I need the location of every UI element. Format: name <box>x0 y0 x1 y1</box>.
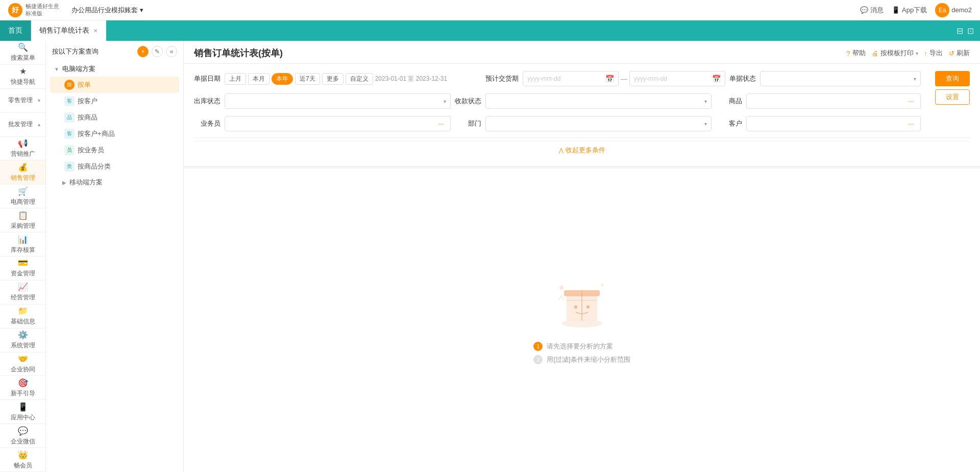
salesman-ellipsis-icon[interactable]: ··· <box>436 120 446 128</box>
date-btn-this-month[interactable]: 本月 <box>248 73 270 85</box>
sidebar-item-basic[interactable]: 📁 基础信息 <box>0 304 45 328</box>
by-customer-icon: 客 <box>64 96 75 106</box>
tab-maximize-icon[interactable]: ⊡ <box>967 26 974 36</box>
sidebar-item-sales[interactable]: 💰 销售管理 <box>0 160 45 184</box>
add-scheme-button[interactable]: + <box>137 46 149 57</box>
sidebar-item-wholesale[interactable]: 批发管理 ▴ <box>0 113 45 137</box>
date-btn-this-year[interactable]: 本年 <box>272 73 293 85</box>
message-button[interactable]: 💬 消息 <box>860 6 884 15</box>
sidebar-item-system[interactable]: ⚙️ 系统管理 <box>0 328 45 352</box>
svg-point-5 <box>574 305 577 309</box>
left-panel: 按以下方案查询 + ✎ « ▼ 电脑端方案 <box>46 41 184 472</box>
expected-date-end[interactable]: yyyy-mm-dd 📅 <box>629 71 725 86</box>
date-btn-more[interactable]: 更多 <box>322 73 344 85</box>
tree-sub-parent-mobile[interactable]: ▶ 移动端方案 <box>50 175 179 190</box>
app-selector[interactable]: 办公用品行业模拟账套 ▾ <box>71 6 143 15</box>
date-label: 单据日期 <box>194 74 220 83</box>
sales-icon: 💰 <box>18 162 28 172</box>
page-header: 销售订单统计表(按单) ? 帮助 🖨 按模板打印 ▾ ↑ 导出 <box>184 41 980 64</box>
tree-child-by-category[interactable]: 类 按商品分类 <box>50 158 179 175</box>
tree-child-by-order[interactable]: 按 按单 <box>50 77 179 93</box>
operation-icon: 📈 <box>18 282 28 292</box>
tree-child-by-customer-goods[interactable]: 客 按客户+商品 <box>50 126 179 142</box>
tree-sub-expand-icon: ▶ <box>62 180 66 185</box>
collapse-panel-button[interactable]: « <box>166 46 177 57</box>
dept-label: 部门 <box>455 119 481 128</box>
query-button[interactable]: 查询 <box>935 71 970 86</box>
print-button[interactable]: 🖨 按模板打印 ▾ <box>872 49 918 58</box>
sidebar-item-search[interactable]: 🔍 搜索菜单 <box>0 41 45 65</box>
tab-sales-order-stats[interactable]: 销售订单统计表 × <box>31 20 106 41</box>
appstore-icon: 📱 <box>18 402 28 412</box>
tab-home[interactable]: 首页 <box>0 20 31 41</box>
chevron-down-icon: ▾ <box>704 121 707 127</box>
tab-bar: 首页 销售订单统计表 × ⊟ ⊡ <box>0 20 980 41</box>
sidebar-item-wechat[interactable]: 💬 企业微信 <box>0 424 45 448</box>
calendar-end-icon: 📅 <box>712 75 721 83</box>
status-field: 单据状态 ▾ <box>729 71 921 86</box>
refresh-icon: ↺ <box>949 50 954 57</box>
tab-expand-area: ⊟ ⊡ <box>957 26 980 36</box>
print-icon: 🖨 <box>872 50 878 57</box>
sidebar-item-company[interactable]: 🤝 企业协同 <box>0 352 45 376</box>
collapse-icon: ⋀ <box>559 147 564 154</box>
sidebar-item-operation[interactable]: 📈 经营管理 <box>0 280 45 304</box>
tab-minimize-icon[interactable]: ⊟ <box>957 26 963 36</box>
export-button[interactable]: ↑ 导出 <box>924 49 943 58</box>
sidebar-item-inventory[interactable]: 📊 库存核算 <box>0 232 45 256</box>
customer-field: 客户 ··· <box>716 116 921 131</box>
expected-date-start[interactable]: yyyy-mm-dd 📅 <box>523 71 619 86</box>
date-btn-custom[interactable]: 自定义 <box>346 73 373 85</box>
sidebar-item-newbie[interactable]: 🎯 新手引导 <box>0 376 45 400</box>
tree-child-by-salesman[interactable]: 员 按业务员 <box>50 142 179 158</box>
date-btn-last-month[interactable]: 上月 <box>225 73 246 85</box>
chevron-down-icon: ▾ <box>38 98 40 103</box>
ship-status-select[interactable]: ▾ <box>225 93 451 109</box>
payment-status-label: 收款状态 <box>455 97 481 106</box>
app-download-button[interactable]: 📱 App下载 <box>892 6 927 15</box>
collapse-button[interactable]: ⋀ 收起更多条件 <box>194 141 970 159</box>
user-avatar[interactable]: Ea demo2 <box>935 3 972 17</box>
salesman-field: 业务员 ··· <box>194 116 451 131</box>
edit-scheme-button[interactable]: ✎ <box>152 46 163 57</box>
goods-select[interactable]: ··· <box>746 93 921 109</box>
customer-select[interactable]: ··· <box>746 116 921 131</box>
system-icon: ⚙️ <box>18 330 28 340</box>
tab-close-icon[interactable]: × <box>93 27 97 35</box>
sidebar-item-member[interactable]: 👑 畅会员 <box>0 448 45 472</box>
collapse-icon: « <box>170 48 174 55</box>
edit-icon: ✎ <box>155 48 160 55</box>
empty-tip-2: 2 用[过滤]条件来缩小分析范围 <box>533 355 630 364</box>
sidebar-item-purchase[interactable]: 📋 采购管理 <box>0 208 45 232</box>
expected-date-field: 预计交货期 yyyy-mm-dd 📅 — yyyy-mm-dd <box>485 71 725 86</box>
date-field: 单据日期 上月 本月 本年 近7天 更多 自定义 2023-01-01 至 20… <box>194 73 481 85</box>
sidebar-item-finance[interactable]: 💳 资金管理 <box>0 256 45 280</box>
tree-child-by-goods[interactable]: 品 按商品 <box>50 109 179 126</box>
date-btn-7days[interactable]: 近7天 <box>295 73 320 85</box>
sidebar-item-retail[interactable]: 零售管理 ▾ <box>0 89 45 113</box>
setting-button[interactable]: 设置 <box>935 89 970 105</box>
sidebar-item-shortcut[interactable]: ★ 快捷导航 <box>0 65 45 89</box>
chevron-down-icon: ▾ <box>914 76 916 82</box>
sidebar-item-appstore[interactable]: 📱 应用中心 <box>0 400 45 424</box>
download-icon: 📱 <box>892 6 900 14</box>
salesman-select[interactable]: ··· <box>225 116 451 131</box>
calendar-start-icon: 📅 <box>605 75 614 83</box>
payment-status-select[interactable]: ▾ <box>485 93 712 109</box>
goods-ellipsis-icon[interactable]: ··· <box>906 97 916 105</box>
dept-select[interactable]: ▾ <box>485 116 712 131</box>
left-panel-title: 按以下方案查询 <box>52 47 99 56</box>
help-button[interactable]: ? 帮助 <box>846 49 865 58</box>
sidebar-item-marketing[interactable]: 📢 营销推广 <box>0 137 45 161</box>
tree-child-by-customer[interactable]: 客 按客户 <box>50 93 179 109</box>
marketing-icon: 📢 <box>18 138 28 148</box>
status-select[interactable]: ▾ <box>760 71 921 86</box>
main-layout: 🔍 搜索菜单 ★ 快捷导航 零售管理 ▾ 批发管理 ▴ 📢 营销推广 💰 销售管… <box>0 41 980 472</box>
tree-parent-pc[interactable]: ▼ 电脑端方案 <box>50 61 179 77</box>
sidebar-item-ecommerce[interactable]: 🛒 电商管理 <box>0 184 45 208</box>
ship-status-label: 出库状态 <box>194 97 220 106</box>
refresh-button[interactable]: ↺ 刷新 <box>949 49 970 58</box>
dept-field: 部门 ▾ <box>455 116 712 131</box>
sidebar: 🔍 搜索菜单 ★ 快捷导航 零售管理 ▾ 批发管理 ▴ 📢 营销推广 💰 销售管… <box>0 41 46 472</box>
customer-ellipsis-icon[interactable]: ··· <box>906 120 916 128</box>
